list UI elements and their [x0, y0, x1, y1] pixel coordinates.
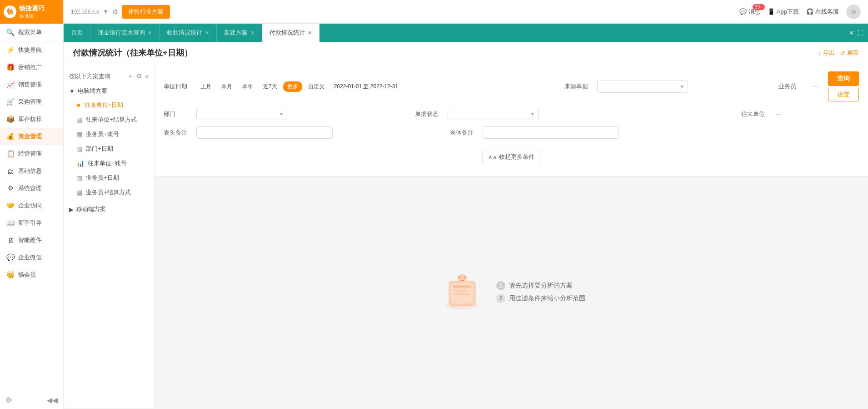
sidebar-item-marketing[interactable]: 🎁 营销推广	[0, 59, 63, 76]
source-select[interactable]	[597, 81, 688, 93]
sidebar-logo: 畅 畅捷通巧 标准版	[0, 0, 63, 24]
tab-expand-icon[interactable]: ⛶	[858, 30, 863, 36]
tab-close-all-icon[interactable]: ✕	[849, 30, 854, 36]
collapse-btn[interactable]: ∧∧ 收起更多条件	[482, 150, 540, 164]
panel-title: 按以下方案查询	[69, 72, 110, 81]
scheme-item-label: 部门+日期	[86, 145, 113, 153]
refresh-btn[interactable]: ↺ 刷新	[840, 49, 859, 57]
sidebar-item-label: 新手引导	[18, 219, 42, 227]
svg-point-6	[458, 274, 467, 283]
message-btn[interactable]: 💬 消息 99+	[739, 8, 760, 16]
online-service-btn[interactable]: 🎧 在线客服	[806, 8, 839, 16]
scheme-item-salesperson-settlement[interactable]: ▦ 业务员+结算方式	[64, 185, 154, 200]
sidebar-item-basic[interactable]: 🗂 基础信息	[0, 162, 63, 180]
chevron-down-icon[interactable]: ▼	[103, 8, 109, 15]
scheme-item-partner-date[interactable]: ● 往来单位+日期	[64, 98, 154, 112]
date-value[interactable]: 2022-01-01 至 2022-12-31	[334, 83, 398, 91]
scheme-item-partner-account[interactable]: 📊 往来单位+账号	[64, 156, 154, 171]
scheme-group-desktop-title[interactable]: ▼ 电脑端方案	[64, 84, 154, 98]
sidebar-item-vip[interactable]: 👑 畅会员	[0, 266, 63, 283]
sidebar-item-label: 企业协同	[18, 202, 42, 210]
sidebar-item-system[interactable]: ⚙ 系统管理	[0, 180, 63, 197]
operation-icon: 📋	[6, 150, 15, 158]
sidebar-item-sales[interactable]: 📈 销售管理	[0, 76, 63, 93]
scheme-item-label: 业务员+日期	[86, 174, 119, 182]
date-btn-more[interactable]: 更多	[283, 81, 302, 92]
date-btn-last-month[interactable]: 上月	[196, 81, 215, 92]
sidebar-item-purchase[interactable]: 🛒 采购管理	[0, 93, 63, 111]
page-title: 付款情况统计（往来单位+日期）	[73, 47, 192, 58]
date-btn-this-year[interactable]: 本年	[238, 81, 257, 92]
sidebar-item-operation[interactable]: 📋 经营管理	[0, 145, 63, 162]
sidebar-item-capital[interactable]: 💰 资金管理	[0, 128, 63, 145]
tab-new-plan-close[interactable]: ✕	[250, 30, 254, 36]
sidebar-item-hardware[interactable]: 🖥 智能硬件	[0, 232, 63, 249]
salesperson-filter-label: 业务员	[778, 82, 804, 91]
partner-dots[interactable]: ···	[774, 110, 783, 118]
empty-tip-2: 2 用过滤条件来缩小分析范围	[496, 294, 585, 303]
collapse-row: ∧∧ 收起更多条件	[164, 145, 859, 169]
settings-icon[interactable]: ⚙	[112, 8, 118, 16]
scheme-item-salesperson-date[interactable]: ▦ 业务员+日期	[64, 171, 154, 185]
tab-payment[interactable]: 付款情况统计 ✕	[262, 24, 319, 42]
sidebar-item-guide[interactable]: 📖 新手引导	[0, 214, 63, 232]
add-scheme-icon[interactable]: ＋	[127, 72, 134, 81]
system-icon: ⚙	[6, 184, 15, 192]
sidebar-item-label: 畅会员	[18, 271, 36, 279]
sidebar-item-label: 企业微信	[18, 253, 42, 262]
collapse-label: 收起更多条件	[499, 153, 534, 161]
scheme-item-label: 往来单位+结算方式	[86, 116, 137, 124]
query-btn[interactable]: 查询	[828, 71, 859, 86]
user-avatar[interactable]: Rit	[846, 5, 861, 19]
body-note-input[interactable]	[483, 126, 619, 139]
scheme-item-salesperson-account[interactable]: ▦ 业务员+账号	[64, 127, 154, 141]
salesperson-dots[interactable]: ···	[811, 82, 821, 91]
settings-icon[interactable]: ⚙	[5, 396, 12, 404]
sidebar-item-label: 快捷导航	[18, 46, 42, 54]
tip-text-2: 用过滤条件来缩小分析范围	[509, 294, 585, 303]
date-btn-7days[interactable]: 近7天	[259, 81, 281, 92]
dept-select-wrapper	[196, 108, 287, 120]
svg-rect-4	[453, 290, 467, 292]
status-filter-label: 单据状态	[415, 110, 440, 118]
tab-income-close[interactable]: ✕	[205, 30, 209, 36]
sidebar-item-inventory[interactable]: 📦 库存核算	[0, 111, 63, 128]
sidebar-item-search[interactable]: 🔍 搜索菜单	[0, 24, 63, 41]
date-btn-this-month[interactable]: 本月	[217, 81, 236, 92]
tip-text-1: 请先选择要分析的方案	[509, 282, 573, 290]
app-edition: 标准版	[19, 13, 45, 20]
tab-home[interactable]: 首页	[64, 24, 90, 42]
sidebar-item-label: 智能硬件	[18, 236, 42, 244]
scheme-item-partner-settlement[interactable]: ▦ 往来单位+结算方式	[64, 112, 154, 127]
tab-payment-close[interactable]: ✕	[308, 30, 312, 36]
sidebar-item-label: 营销推广	[18, 63, 42, 71]
scheme-group-mobile-title[interactable]: ▶ 移动端方案	[64, 202, 154, 216]
tab-new-plan[interactable]: 新建方案 ✕	[217, 24, 262, 42]
collapse-panel-icon[interactable]: «	[145, 72, 149, 81]
manage-scheme-icon[interactable]: ⚙	[136, 72, 142, 81]
empty-tip-1: 1 请先选择要分析的方案	[496, 281, 585, 290]
tab-income[interactable]: 收款情况统计 ✕	[160, 24, 217, 42]
panel-header: 按以下方案查询 ＋ ⚙ «	[64, 69, 154, 84]
app-download-btn[interactable]: 📱 App下载	[768, 8, 799, 16]
search-icon: 🔍	[6, 28, 15, 36]
status-select[interactable]	[448, 108, 539, 120]
export-icon: ↑	[818, 50, 822, 56]
tab-bank-close[interactable]: ✕	[148, 30, 152, 36]
guide-icon: 📖	[6, 219, 15, 227]
left-panel: 按以下方案查询 ＋ ⚙ « ▼ 电脑端方案 ● 往来单位+日期	[64, 64, 155, 408]
header-note-input[interactable]	[196, 126, 333, 139]
dept-select[interactable]	[196, 108, 287, 120]
industry-btn[interactable]: 体验行业方案	[122, 5, 170, 19]
sidebar-item-enterprise[interactable]: 🤝 企业协同	[0, 197, 63, 214]
date-btn-custom[interactable]: 自定义	[304, 81, 329, 92]
svg-rect-3	[453, 285, 471, 288]
sidebar-item-wechat[interactable]: 💬 企业微信	[0, 249, 63, 266]
sidebar-item-shortcut[interactable]: ⚡ 快捷导航	[0, 41, 63, 59]
scheme-item-dept-date[interactable]: ▦ 部门+日期	[64, 141, 154, 156]
collapse-sidebar-icon[interactable]: ◀◀	[47, 396, 58, 404]
setting-btn[interactable]: 设置	[828, 88, 859, 101]
export-btn[interactable]: ↑ 导出	[818, 49, 835, 57]
tab-bank[interactable]: 现金银行流水查询 ✕	[90, 24, 160, 42]
tab-actions: ✕ ⛶	[844, 24, 868, 42]
